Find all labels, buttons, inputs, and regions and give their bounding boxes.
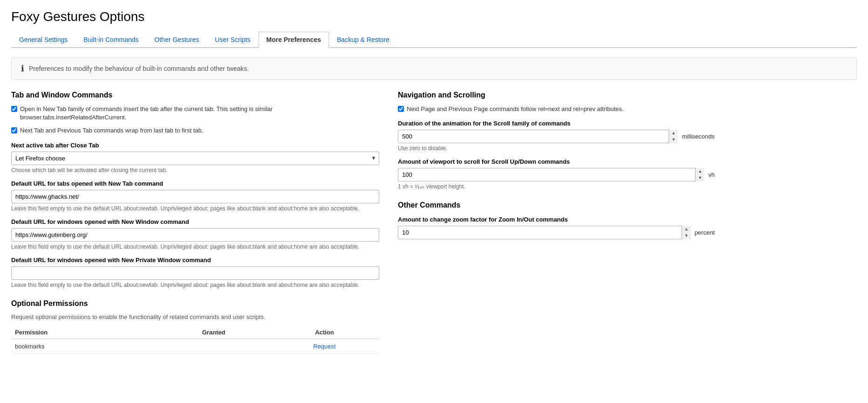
zoom-factor-wrapper: ▲ ▼ (398, 226, 691, 239)
animation-duration-unit: milliseconds (682, 133, 715, 140)
scroll-amount-hint: 1 vh = ¹⁄₁₀₀ viewport height. (398, 183, 715, 190)
default-url-new-window-label: Default URL for windows opened with New … (11, 218, 379, 225)
scroll-amount-label: Amount of viewport to scroll for Scroll … (398, 158, 715, 165)
checkbox-rel-next-prev-input[interactable] (398, 106, 404, 112)
scroll-amount-input[interactable] (398, 168, 704, 181)
optional-permissions-title: Optional Permissions (11, 299, 379, 308)
default-url-new-tab-label: Default URL for tabs opened with New Tab… (11, 180, 379, 187)
animation-duration-down[interactable]: ▼ (669, 137, 678, 144)
default-url-new-tab-desc: Leave this field empty to use the defaul… (11, 205, 379, 212)
permission-granted (157, 339, 269, 354)
checkbox-wrap-tabs-label: Next Tab and Previous Tab commands wrap … (20, 126, 203, 135)
animation-duration-wrapper: ▲ ▼ (398, 130, 678, 143)
checkbox-rel-next-prev: Next Page and Previous Page commands fol… (398, 105, 715, 113)
animation-duration-label: Duration of the animation for the Scroll… (398, 120, 715, 127)
nav-scrolling-title: Navigation and Scrolling (398, 91, 715, 99)
animation-duration-row: ▲ ▼ milliseconds (398, 130, 715, 143)
default-url-new-tab-input[interactable] (11, 190, 379, 203)
permission-name: bookmarks (11, 339, 157, 354)
zoom-factor-spinners: ▲ ▼ (682, 226, 691, 239)
info-icon: ℹ (21, 63, 24, 74)
optional-permissions-desc: Request optional permissions to enable t… (11, 313, 379, 320)
zoom-factor-down[interactable]: ▼ (682, 233, 691, 240)
next-active-tab-select[interactable]: Let Firefox choose (11, 152, 379, 165)
zoom-factor-label: Amount to change zoom factor for Zoom In… (398, 216, 715, 223)
permissions-table: Permission Granted Action bookmarks Requ… (11, 326, 379, 354)
tab-backup[interactable]: Backup & Restore (329, 32, 397, 48)
info-text: Preferences to modify the behaviour of b… (29, 65, 249, 72)
zoom-factor-input[interactable] (398, 226, 691, 239)
checkbox-insert-after-current-input[interactable] (11, 106, 17, 112)
default-url-private-window-input[interactable] (11, 266, 379, 280)
default-url-new-window-input[interactable] (11, 228, 379, 242)
scroll-amount-spinners: ▲ ▼ (695, 168, 704, 181)
default-url-new-window-desc: Leave this field empty to use the defaul… (11, 243, 379, 250)
animation-duration-hint: Use zero to disable. (398, 145, 715, 152)
page-title: Foxy Gestures Options (11, 9, 857, 24)
animation-duration-input[interactable] (398, 130, 678, 143)
checkbox-rel-next-prev-label: Next Page and Previous Page commands fol… (407, 105, 623, 113)
checkbox-insert-after-current-label: Open in New Tab family of commands inser… (20, 105, 379, 122)
zoom-factor-row: ▲ ▼ percent (398, 226, 715, 239)
animation-duration-spinners: ▲ ▼ (669, 130, 678, 143)
tab-userscripts[interactable]: User Scripts (207, 32, 258, 48)
tab-other[interactable]: Other Gestures (147, 32, 207, 48)
info-banner: ℹ Preferences to modify the behaviour of… (11, 57, 857, 80)
tab-builtin[interactable]: Built-in Commands (75, 32, 146, 48)
permissions-col-permission: Permission (11, 326, 157, 339)
next-active-tab-label: Next active tab after Close Tab (11, 142, 379, 149)
next-active-tab-select-wrapper: Let Firefox choose ▼ (11, 152, 379, 165)
other-commands-title: Other Commands (398, 201, 715, 209)
table-row: bookmarks Request (11, 339, 379, 354)
tab-moreprefs[interactable]: More Preferences (259, 32, 329, 48)
zoom-factor-up[interactable]: ▲ (682, 226, 691, 233)
zoom-factor-unit: percent (695, 229, 715, 236)
default-url-private-window-label: Default URL for windows opened with New … (11, 257, 379, 264)
checkbox-wrap-tabs-input[interactable] (11, 127, 17, 133)
tab-bar: General Settings Built-in Commands Other… (11, 32, 857, 48)
permission-action: Request (270, 339, 379, 354)
permissions-col-action: Action (270, 326, 379, 339)
tab-general[interactable]: General Settings (11, 32, 75, 48)
request-link[interactable]: Request (313, 343, 335, 350)
tab-window-title: Tab and Window Commands (11, 91, 379, 99)
scroll-amount-down[interactable]: ▼ (696, 175, 704, 182)
checkbox-wrap-tabs: Next Tab and Previous Tab commands wrap … (11, 126, 379, 135)
scroll-amount-wrapper: ▲ ▼ (398, 168, 704, 181)
scroll-amount-up[interactable]: ▲ (696, 168, 704, 175)
scroll-amount-unit: vh (708, 171, 715, 178)
scroll-amount-row: ▲ ▼ vh (398, 168, 715, 181)
default-url-private-window-desc: Leave this field empty to use the defaul… (11, 282, 379, 288)
animation-duration-up[interactable]: ▲ (669, 130, 678, 137)
next-active-tab-desc: Choose which tab will be activated after… (11, 167, 379, 174)
checkbox-insert-after-current: Open in New Tab family of commands inser… (11, 105, 379, 122)
permissions-col-granted: Granted (157, 326, 269, 339)
